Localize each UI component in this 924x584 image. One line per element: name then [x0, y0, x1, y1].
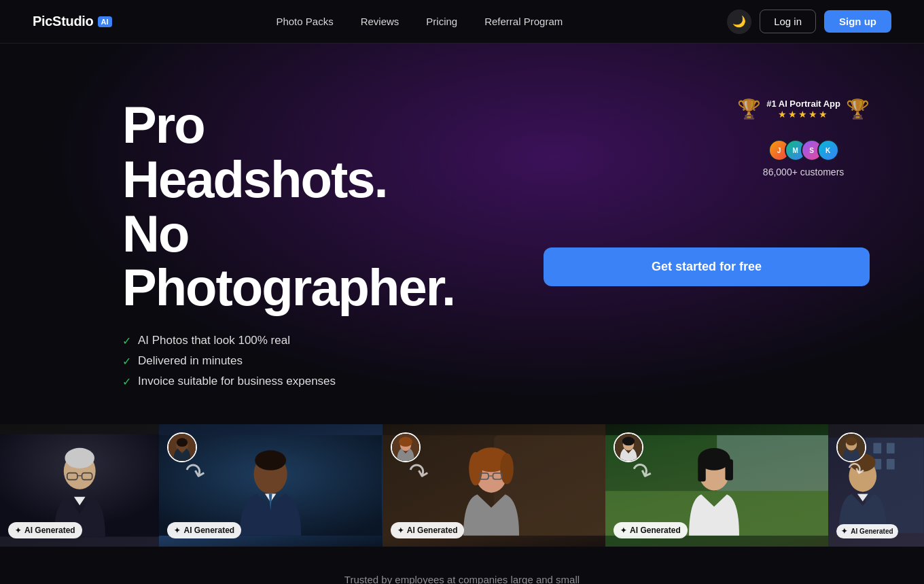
check-icon-3: ✓ [122, 375, 131, 388]
cta-wrapper: Get started for free [544, 247, 870, 286]
sparkle-icon-4: ✦ [620, 526, 626, 535]
trusted-text: Trusted by employees at companies large … [33, 574, 891, 584]
photo-card-3: ↷ ✦ AI Generated [383, 424, 605, 547]
svg-point-2 [65, 448, 94, 468]
trusted-section: Trusted by employees at companies large … [0, 547, 924, 584]
login-button[interactable]: Log in [760, 10, 816, 33]
svg-point-44 [846, 437, 857, 446]
navbar: PicStudio AI Photo Packs Reviews Pricing… [0, 0, 924, 44]
social-proof: 🏆 #1 AI Portrait App ★★★★★ 🏆 J M S K 86,… [737, 98, 870, 177]
avatar-stack: J M S K [768, 139, 839, 161]
award-badge: 🏆 #1 AI Portrait App ★★★★★ 🏆 [737, 98, 870, 120]
theme-toggle-button[interactable]: 🌙 [727, 10, 751, 34]
nav-link-pricing[interactable]: Pricing [426, 16, 457, 27]
hero-title: Pro Headshots. No Photographer. [122, 98, 455, 315]
ai-badge-2: ✦ AI Generated [167, 522, 241, 538]
svg-rect-39 [887, 459, 895, 470]
logo[interactable]: PicStudio AI [33, 14, 112, 29]
sparkle-icon-1: ✦ [15, 526, 21, 535]
nav-link-referral[interactable]: Referral Program [484, 16, 563, 27]
svg-point-11 [177, 438, 188, 447]
ai-badge-1: ✦ AI Generated [8, 522, 82, 538]
signup-button[interactable]: Sign up [824, 10, 891, 33]
photo-card-5: ↷ ✦ AI Generated [828, 424, 924, 547]
svg-rect-29 [698, 459, 705, 481]
svg-point-16 [469, 452, 482, 485]
logo-text: PicStudio [33, 14, 94, 29]
ai-badge-3: ✦ AI Generated [391, 522, 465, 538]
nav-link-photo-packs[interactable]: Photo Packs [276, 16, 333, 27]
svg-point-23 [399, 437, 412, 447]
svg-rect-36 [874, 443, 882, 453]
hero-features-list: ✓ AI Photos that look 100% real ✓ Delive… [122, 334, 455, 388]
check-icon-2: ✓ [122, 355, 131, 368]
get-started-button[interactable]: Get started for free [544, 247, 870, 286]
photo-card-2: ↷ ✦ AI Generated [159, 424, 382, 547]
laurel-right-icon: 🏆 [846, 98, 870, 120]
customer-count: 86,000+ customers [763, 167, 844, 177]
customer-badge: J M S K 86,000+ customers [763, 139, 844, 177]
ai-badge-5: ✦ AI Generated [836, 524, 898, 538]
hero-section: Pro Headshots. No Photographer. ✓ AI Pho… [0, 44, 924, 424]
svg-rect-30 [725, 459, 732, 480]
avatar-4: K [817, 139, 839, 161]
star-rating: ★★★★★ [766, 109, 840, 120]
photo-card-1: ✦ AI Generated [0, 424, 159, 547]
award-title: #1 AI Portrait App [766, 99, 840, 109]
check-icon-1: ✓ [122, 334, 131, 347]
feature-item-3: ✓ Invoice suitable for business expenses [122, 375, 455, 388]
svg-rect-26 [717, 435, 828, 491]
sparkle-icon-5: ✦ [841, 527, 847, 536]
sparkle-icon-2: ✦ [174, 526, 180, 535]
logo-badge: AI [98, 16, 112, 27]
feature-item-2: ✓ Delivered in minutes [122, 354, 455, 368]
svg-point-33 [622, 437, 635, 446]
svg-rect-37 [887, 443, 895, 453]
svg-point-8 [255, 450, 287, 470]
photo-strip: ✦ AI Generated [0, 424, 924, 547]
feature-item-1: ✓ AI Photos that look 100% real [122, 334, 455, 347]
nav-actions: 🌙 Log in Sign up [727, 10, 891, 34]
hero-content: Pro Headshots. No Photographer. ✓ AI Pho… [122, 98, 455, 415]
photo-card-4: ↷ ✦ AI Generated [605, 424, 828, 547]
sparkle-icon-3: ✦ [397, 526, 404, 535]
ai-badge-4: ✦ AI Generated [614, 522, 688, 538]
nav-link-reviews[interactable]: Reviews [361, 16, 399, 27]
svg-point-17 [500, 453, 514, 484]
laurel-left-icon: 🏆 [737, 98, 761, 120]
nav-links: Photo Packs Reviews Pricing Referral Pro… [276, 16, 563, 28]
